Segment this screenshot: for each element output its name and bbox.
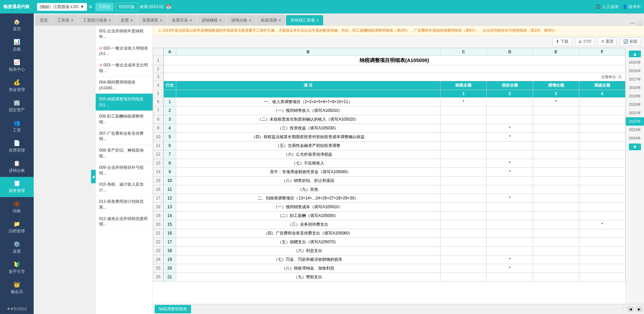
support-button[interactable]: 🎧 人工咨询 xyxy=(596,4,618,10)
table-row: 6 1 一、收入类调整项目（2+3+4+5+6+7+8+10+11） * * xyxy=(153,97,625,106)
year-2015[interactable]: 2015年 xyxy=(626,58,644,67)
tab-payroll[interactable]: 工资表✕ xyxy=(53,15,78,25)
sidebar-item-purchase[interactable]: 📋 进销台账 xyxy=(0,157,34,177)
content-toolbar: ⬇ 下载 🖨 打印 ↺ 重置 🔄 刷新 xyxy=(153,36,644,48)
sidebar-item-invoice[interactable]: 📄 发票管理 xyxy=(0,136,34,157)
switch-old-button[interactable]: 切到旧版 xyxy=(116,3,138,11)
header-buttons: 工作台 切到旧版 xyxy=(95,3,138,11)
year-2020[interactable]: 2020年 xyxy=(626,100,644,109)
home-icon: 🏠 xyxy=(13,19,20,25)
table-row: 11 6 （五）交易性金融资产初始投资调整 xyxy=(153,141,625,150)
sidebar-item-settings[interactable]: ⚙️ 设置 xyxy=(0,238,34,258)
tab-close-payroll[interactable]: ✕ xyxy=(71,19,73,22)
sidebar-item-tax[interactable]: 🧾 税务管理 xyxy=(0,177,34,197)
year-2018[interactable]: 2018年 xyxy=(626,84,644,92)
nav-item-011[interactable]: 011-研发费用加计扣除优惠... xyxy=(96,196,153,213)
sidebar-label-finance: 资金管理 xyxy=(9,87,25,93)
tab-invoice-open[interactable]: 发票开具✕ xyxy=(167,15,196,25)
sheet-tab-tax-adjust[interactable]: 纳税调整明细表 xyxy=(155,305,191,313)
nav-item-008[interactable]: 008-资产折旧、摊销及纳税... xyxy=(96,145,153,162)
scroll-right-button[interactable]: ▶ xyxy=(636,307,642,312)
nav-item-012[interactable]: 012-减免企业所得税优惠明细... xyxy=(96,213,153,230)
tab-invoice-calc[interactable]: 发票测算✕ xyxy=(138,15,167,25)
tab-income-tax[interactable]: 所得税汇算缴✕ xyxy=(286,15,323,25)
tab-close-payroll-stats[interactable]: ✕ xyxy=(109,19,111,22)
download-icon: ⬇ xyxy=(556,39,559,44)
tab-home[interactable]: 首页 xyxy=(35,15,52,25)
table-row: 12 7 （六）公允价值变动净损益 xyxy=(153,150,625,159)
nav-item-003[interactable]: ⊘003-一般企业成本支出明细... xyxy=(96,60,153,77)
sidebar-item-reports[interactable]: 📈 报表中心 xyxy=(0,56,34,76)
tab-tax-list[interactable]: 税表清册✕ xyxy=(256,15,285,25)
tab-invoice[interactable]: 发票✕ xyxy=(116,15,137,25)
nav-item-009[interactable]: 009-企业所得税弥补亏损明... xyxy=(96,162,153,179)
table-row: 21 16 （四）广告费和业务宣传费支出（填写A105060） xyxy=(153,229,625,238)
print-button[interactable]: 🖨 打印 xyxy=(575,37,594,46)
window-restore-icon[interactable]: ⬜ xyxy=(637,20,642,25)
year-2024[interactable]: 2024年 xyxy=(626,134,644,143)
header-right: 🎧 人工咨询 👤 徐泽华 xyxy=(596,4,641,10)
nav-toggle-button[interactable]: ◀ xyxy=(91,170,96,183)
sidebar-item-guide[interactable]: 🔰 新手引导 xyxy=(0,258,34,278)
sidebar-label-close: 结账 xyxy=(13,208,21,214)
tab-close-invoice-calc[interactable]: ✕ xyxy=(160,19,162,22)
download-button[interactable]: ⬇ 下载 xyxy=(553,37,572,46)
sidebar-item-ledger[interactable]: 📊 总账 xyxy=(0,35,34,56)
year-panel: ▲ 2015年 2016年 2017年 2018年 2019年 2020年 20… xyxy=(625,48,644,304)
tab-close-invoice[interactable]: ✕ xyxy=(130,19,133,22)
nav-item-010[interactable]: 010-免税、减计收入及加计... xyxy=(96,179,153,196)
sidebar-item-vip[interactable]: 👑 畅会员 xyxy=(0,278,34,298)
finance-icon: 💰 xyxy=(13,79,20,86)
refresh-button[interactable]: 🔄 刷新 xyxy=(620,37,641,46)
year-2019[interactable]: 2019年 xyxy=(626,92,644,100)
workbench-button[interactable]: 工作台 xyxy=(95,3,114,11)
sidebar-item-home[interactable]: 🏠 首页 xyxy=(0,15,34,35)
company-selector[interactable]: (物副）江西股壶-LSS ▼ xyxy=(37,3,87,11)
tab-close-invoice-open[interactable]: ✕ xyxy=(189,19,192,22)
nav-item-002[interactable]: ⊘002-一般企业收入明细表(A1... xyxy=(96,43,153,60)
nav-item-005[interactable]: 005-纳税调整项目明细表(A1... xyxy=(96,94,153,111)
year-2021[interactable]: 2021年 xyxy=(626,109,644,117)
spreadsheet-main[interactable]: A B C D E F xyxy=(153,48,625,304)
col-header-C: C xyxy=(440,48,487,56)
table-row: 22 17 （五）捐赠支出（填写A105070） xyxy=(153,238,625,246)
tab-purchase-audit[interactable]: 进销稽核✕ xyxy=(197,15,226,25)
top-header: 畅捷通易代账 (物副）江西股壶-LSS ▼ ⧉ 工作台 切到旧版 账期 2023… xyxy=(0,0,644,13)
unpin-button[interactable]: ◀◀ 取消固定 xyxy=(5,304,29,314)
error-dot-002: ⊘ xyxy=(99,46,102,51)
nav-item-006[interactable]: 006-职工薪酬纳税调整明细... xyxy=(96,111,153,128)
sidebar-label-guide: 新手引导 xyxy=(9,269,25,275)
year-2023[interactable]: 2023年 xyxy=(626,126,644,134)
year-up-button[interactable]: ▲ xyxy=(629,51,641,57)
sidebar-item-assets[interactable]: 🏢 固定资产 xyxy=(0,96,34,116)
scroll-left-button[interactable]: ◀ xyxy=(627,307,634,312)
year-2016[interactable]: 2016年 xyxy=(626,67,644,75)
user-menu[interactable]: 👤 徐泽华 xyxy=(622,4,641,10)
sidebar-item-payroll[interactable]: 👥 工资 xyxy=(0,116,34,136)
calendar-icon[interactable]: 📅 xyxy=(166,4,171,9)
reset-button[interactable]: ↺ 重置 xyxy=(598,37,617,46)
window-minimize-icon[interactable]: — xyxy=(630,20,635,25)
tab-payroll-stats[interactable]: 工资统计报表✕ xyxy=(79,15,116,25)
tab-close-purchase-audit[interactable]: ✕ xyxy=(219,19,222,22)
nav-item-007[interactable]: 007-广告费和业务宣传费明... xyxy=(96,128,153,145)
sidebar-label-vip: 畅会员 xyxy=(11,289,23,295)
tab-close-purchase-ledger[interactable]: ✕ xyxy=(249,19,251,22)
sidebar-item-archive[interactable]: 📁 归档管理 xyxy=(0,217,34,238)
year-down-button[interactable]: ▼ xyxy=(629,144,641,150)
col-header-E: E xyxy=(533,48,579,56)
year-2017[interactable]: 2017年 xyxy=(626,75,644,84)
nav-item-001[interactable]: 001-企业所得税年度纳税申... xyxy=(96,26,153,43)
table-row: 14 9 其中：专项用途财政性资金（填写A105040） * xyxy=(153,167,625,176)
nav-item-004[interactable]: 004-期间费用明细表(A1040... xyxy=(96,77,153,94)
copy-icon[interactable]: ⧉ xyxy=(89,4,92,9)
year-2022[interactable]: 2022年 xyxy=(626,117,644,126)
main-layout: 🏠 首页 📊 总账 📈 报表中心 💰 资金管理 🏢 固定资产 👥 工资 📄 发票… xyxy=(0,13,644,314)
table-row: 4 行次 项 目 账载全额 税收全额 调增全额 调减全额 xyxy=(153,81,625,90)
sidebar-item-close[interactable]: 💼 结账 xyxy=(0,197,34,217)
tab-close-tax-list[interactable]: ✕ xyxy=(278,19,281,22)
sidebar-item-finance[interactable]: 💰 资金管理 xyxy=(0,76,34,96)
tab-purchase-ledger[interactable]: 进销台账✕ xyxy=(227,15,256,25)
tab-close-income-tax[interactable]: ✕ xyxy=(316,19,319,22)
table-row: 15 10 （八）销售折扣、折让和退回 xyxy=(153,176,625,185)
